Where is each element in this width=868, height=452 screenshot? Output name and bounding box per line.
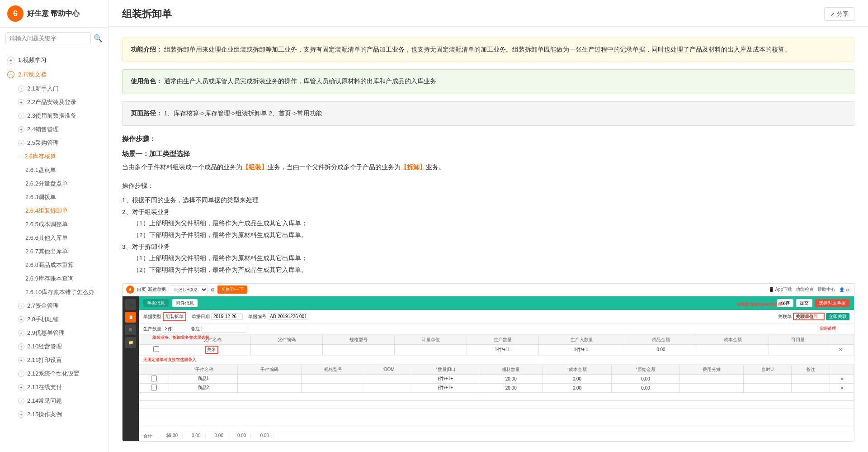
func-intro-text: 组装拆卸单用来处理企业组装或拆卸等加工业务，支持有固定装配清单的产品加工业务，也… xyxy=(164,46,791,53)
nav-btn[interactable]: 切换到一下 xyxy=(217,285,247,294)
sidebar-item-2-6-4[interactable]: 2.6.4组装拆卸单 xyxy=(0,204,108,218)
date-label: 单据日期 xyxy=(192,314,210,320)
empty-row-4 xyxy=(139,400,854,409)
table-row xyxy=(139,425,854,431)
expand-icon: + xyxy=(18,398,24,404)
crow-bom2 xyxy=(365,383,412,392)
child-table-body: 商品1 (件/+1+ 20.00 0.00 0.00 xyxy=(139,374,854,431)
crow-action2[interactable]: ✕ xyxy=(830,383,854,392)
company-select[interactable]: TEST-H002 xyxy=(169,285,208,294)
nav-icon-1[interactable]: ≡ xyxy=(125,299,136,310)
crow-checkbox2[interactable] xyxy=(151,385,157,390)
sidebar-item-2-8[interactable]: + 2.8手机旺铺 xyxy=(0,313,108,326)
nav-icon-3[interactable]: ⊞ xyxy=(125,324,136,335)
sidebar-item-2-11[interactable]: + 2.11打印设置 xyxy=(0,353,108,367)
sidebar-item-purchase[interactable]: + 2.5采购管理 xyxy=(0,136,108,150)
highlight-disassembly[interactable]: 【拆卸】 xyxy=(401,164,426,171)
crow-checkbox[interactable] xyxy=(151,376,157,381)
crow-time-u xyxy=(744,374,792,383)
scene1-desc: 当由多个子件材料组装成一个成品的业务为【组装】业务，当由一个父件拆分成多个子产品… xyxy=(122,162,854,173)
sidebar-item-newuser[interactable]: + 2.1新手入门 xyxy=(0,82,108,95)
sidebar-item-2-9[interactable]: + 2.9优惠券管理 xyxy=(0,326,108,340)
crow-name: 商品1 xyxy=(169,374,238,383)
date-input[interactable] xyxy=(211,313,243,320)
row-check[interactable] xyxy=(139,344,173,355)
highlight-assembly[interactable]: 【组装】 xyxy=(242,164,268,171)
expand-icon: + xyxy=(18,330,24,336)
crow-expense2 xyxy=(680,383,744,392)
logo-icon: 6 xyxy=(7,5,24,22)
qty-input[interactable] xyxy=(163,326,185,333)
cth-cost-amt: *成本金额 xyxy=(543,365,612,374)
sidebar-item-2-12[interactable]: + 2.12系统个性化设置 xyxy=(0,367,108,381)
doc-type-value[interactable]: 组装拆单 xyxy=(163,312,186,321)
sidebar-item-2-6-3[interactable]: 2.6.3调拨单 xyxy=(0,190,108,204)
sidebar-item-2-6-2[interactable]: 2.6.2分量盘点单 xyxy=(0,177,108,190)
topbar-nav: 自页 新建单据 xyxy=(137,286,166,293)
row-action[interactable]: ✕ xyxy=(827,344,854,355)
sidebar-item-video[interactable]: + 1.视频学习 xyxy=(0,53,108,67)
tab-doc-info[interactable]: 单据信息 xyxy=(143,299,169,307)
app-content-area: ≡ 📋 ⊞ 📁 单据信息 附件信息 保存 提交 xyxy=(123,296,854,441)
row-checkbox[interactable] xyxy=(153,346,159,352)
app-footer: 合计 $9.00 0.00 0.00 0.00 0.00 xyxy=(139,431,854,441)
sidebar-item-2-10[interactable]: + 2.10经营管理 xyxy=(0,340,108,353)
expand-icon: + xyxy=(18,303,24,309)
func-intro-section: 功能介绍： 组装拆卸单用来处理企业组装或拆卸等加工业务，支持有固定装配清单的产品… xyxy=(122,38,854,62)
nav-subsections: + 2.1新手入门 + 2.2产品安装及登录 + 2.3使用前数据准备 + 2.… xyxy=(0,82,108,421)
topbar-app: 📱 App下载 xyxy=(769,286,792,293)
crow-cost-amt2: 0.00 xyxy=(543,383,612,392)
crow-check[interactable] xyxy=(139,374,169,383)
note-input[interactable] xyxy=(201,326,246,333)
crow-cost-amt: 0.00 xyxy=(543,374,612,383)
doc-type-label: 单据类型 xyxy=(143,314,161,320)
search-input[interactable] xyxy=(5,32,91,44)
doc-no-input[interactable] xyxy=(268,313,308,320)
sidebar-item-help-docs[interactable]: − 2.帮助文档 xyxy=(0,67,108,82)
sidebar-item-install[interactable]: + 2.2产品安装及登录 xyxy=(0,95,108,109)
annotation-lazy: 启用处理 xyxy=(820,326,836,332)
share-button[interactable]: ↗ 分享 xyxy=(824,7,854,21)
crow-orig-amt: 0.00 xyxy=(611,374,680,383)
child-table-head: *子件名称 子件编码 规格型号 *BOM *数量(BL) 领料数量 *成本金额 … xyxy=(139,365,854,374)
sidebar-item-2-6-7[interactable]: 2.6.7其他出库单 xyxy=(0,245,108,258)
sidebar-item-sales[interactable]: + 2.4销售管理 xyxy=(0,123,108,136)
tab-attachments[interactable]: 附件信息 xyxy=(172,299,198,307)
role-section: 使用角色： 通常由生产人员或库管人员完成拆装业务的操作，库管人员确认原材料的出库… xyxy=(122,69,854,94)
sidebar-item-2-6-8[interactable]: 2.6.8商品成本重算 xyxy=(0,258,108,272)
sidebar-item-2-6-1[interactable]: 2.6.1盘点单 xyxy=(0,163,108,177)
table-row: 商品1 (件/+1+ 20.00 0.00 0.00 xyxy=(139,374,854,383)
sidebar-item-2-7[interactable]: + 2.7资金管理 xyxy=(0,299,108,313)
sidebar-item-2-14[interactable]: + 2.14常见问题 xyxy=(0,394,108,408)
field-note: 备注 xyxy=(191,326,246,333)
sidebar-item-2-15[interactable]: + 2.15操作案例 xyxy=(0,408,108,421)
submit-btn[interactable]: 提交 xyxy=(796,299,812,307)
crow-spec2 xyxy=(301,383,365,392)
page-header: 组装拆卸单 ↗ 分享 xyxy=(108,0,868,27)
sidebar-item-data-prep[interactable]: + 2.3使用前数据准备 xyxy=(0,109,108,123)
search-button[interactable]: 🔍 xyxy=(94,34,103,43)
parent-name-cell[interactable]: 关米 xyxy=(205,346,218,354)
crow-check2[interactable] xyxy=(139,383,169,392)
sidebar-item-2-6-10[interactable]: 2.6.10库存账本错了怎么办 xyxy=(0,285,108,299)
confirm-btn[interactable]: 立即关联 xyxy=(826,313,849,320)
sidebar-item-2-6-5[interactable]: 2.6.5成本调整单 xyxy=(0,218,108,231)
topbar-section: 新建单据 xyxy=(148,286,166,293)
sidebar-item-inventory[interactable]: − 2.6库存核算 xyxy=(0,150,108,163)
crow-note2 xyxy=(791,383,830,392)
th-prod-in-qty: 生产入数量 xyxy=(539,335,625,344)
nav-icon-4[interactable]: 📁 xyxy=(125,337,136,348)
sidebar-item-2-6-6[interactable]: 2.6.6其他入库单 xyxy=(0,231,108,245)
role-text: 通常由生产人员或库管人员完成拆装业务的操作，库管人员确认原材料的出库和产成品的入… xyxy=(164,78,436,85)
cth-pick-qty: 领料数量 xyxy=(479,365,543,374)
nav-icon-2[interactable]: 📋 xyxy=(125,312,136,323)
doc-no-label: 单据编号 xyxy=(248,314,266,320)
sidebar-item-2-13[interactable]: + 2.13在线支付 xyxy=(0,381,108,394)
crow-action[interactable]: ✕ xyxy=(830,374,854,383)
sidebar-item-2-6-9[interactable]: 2.6.9库存账本查询 xyxy=(0,272,108,285)
main-content: 组装拆卸单 ↗ 分享 功能介绍： 组装拆卸单用来处理企业组装或拆卸等加工业务，支… xyxy=(108,0,868,452)
cth-check xyxy=(139,365,169,374)
func-intro-label: 功能介绍： xyxy=(131,46,162,53)
collapse-icon: − xyxy=(7,71,14,78)
approve-btn[interactable]: 选择对应单据 xyxy=(815,299,849,307)
